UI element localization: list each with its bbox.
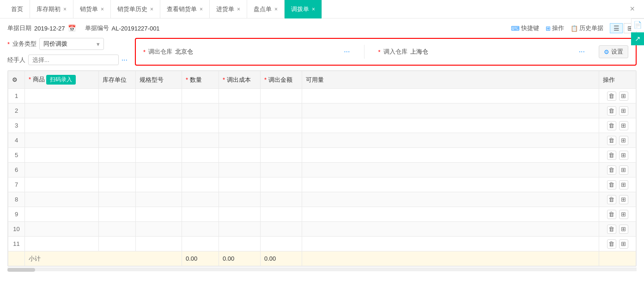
delete-icon-11[interactable]: 🗑 <box>607 239 616 249</box>
th-settings[interactable]: ⚙ <box>8 71 25 89</box>
row-1-amount[interactable] <box>261 89 302 104</box>
row-2-spec[interactable] <box>136 104 182 118</box>
delete-icon-8[interactable]: 🗑 <box>607 195 616 204</box>
row-1-product[interactable] <box>25 89 99 104</box>
copy-icon-4[interactable]: ⊞ <box>619 136 628 145</box>
tab-view-sales[interactable]: 查看销货单 × <box>160 0 210 18</box>
tab-close-sales-history[interactable]: × <box>150 6 153 12</box>
row-2-product[interactable] <box>25 104 99 118</box>
row-2-cost[interactable] <box>219 104 261 118</box>
tab-close-sales-order[interactable]: × <box>101 6 104 12</box>
delete-icon-3[interactable]: 🗑 <box>607 121 616 130</box>
calendar-icon[interactable]: 📅 <box>68 24 76 32</box>
subtotal-qty: 0.00 <box>182 251 219 266</box>
th-available: 可用量 <box>302 71 599 89</box>
number-value: AL-20191227-001 <box>112 25 160 32</box>
tab-close-purchase-order[interactable]: × <box>237 6 240 12</box>
delete-icon-1[interactable]: 🗑 <box>607 92 616 101</box>
history-btn[interactable]: 📋 历史单据 <box>571 24 603 32</box>
required-star: * <box>7 41 10 48</box>
tab-transfer-order[interactable]: 调拨单 × <box>285 0 322 18</box>
row-2-unit[interactable] <box>99 104 136 118</box>
business-type-select[interactable]: 同价调拨 ▾ <box>39 38 104 50</box>
shortcut-btn[interactable]: ⌨ 快捷键 <box>511 24 539 32</box>
row-2-qty[interactable] <box>182 104 219 118</box>
table-row: 8 🗑⊞ <box>8 192 636 207</box>
table-row: 1 🗑 ⊞ <box>8 89 636 104</box>
tab-home[interactable]: 首页 <box>5 0 30 18</box>
tab-sales-order[interactable]: 销货单 × <box>73 0 111 18</box>
copy-icon-7[interactable]: ⊞ <box>619 180 628 189</box>
row-2-avail[interactable] <box>302 104 599 118</box>
row-1-spec[interactable] <box>136 89 182 104</box>
copy-icon-1[interactable]: ⊞ <box>619 92 628 101</box>
th-cost: * 调出成本 <box>219 71 261 89</box>
row-2-amount[interactable] <box>261 104 302 118</box>
copy-icon-11[interactable]: ⊞ <box>619 239 628 249</box>
tab-close-view-sales[interactable]: × <box>200 6 203 12</box>
delete-icon-10[interactable]: 🗑 <box>607 225 616 234</box>
scrollbar-thumb[interactable] <box>7 268 35 272</box>
warehouse-in-required: * <box>378 49 381 55</box>
copy-icon-8[interactable]: ⊞ <box>619 195 628 204</box>
table-header-row: ⚙ * 商品 扫码录入 库存单位 规格型号 * 数量 <box>8 71 636 89</box>
table-row: 2 🗑 ⊞ <box>8 104 636 118</box>
business-type-label: 业务类型 <box>12 40 36 48</box>
copy-icon-3[interactable]: ⊞ <box>619 121 628 130</box>
table-row: 6 🗑⊞ <box>8 163 636 177</box>
chevron-down-icon: ▾ <box>97 41 100 48</box>
copy-icon-9[interactable]: ⊞ <box>619 210 628 219</box>
warehouse-section: * 调出仓库 北京仓 ··· * 调入仓库 上海仓 ··· ⚙ 设置 <box>135 38 637 66</box>
tab-close-inventory-check[interactable]: × <box>274 6 278 12</box>
date-value: 2019-12-27 <box>34 25 65 32</box>
date-field: 单据日期 2019-12-27 📅 <box>7 24 76 32</box>
form-section: * 业务类型 同价调拨 ▾ 经手人 ··· * 调出仓库 北京仓 ··· <box>7 38 637 66</box>
row-1-qty[interactable] <box>182 89 219 104</box>
th-amount: * 调出金额 <box>261 71 302 89</box>
delete-icon-5[interactable]: 🗑 <box>607 151 616 160</box>
settings-button[interactable]: ⚙ 设置 <box>599 45 628 58</box>
row-1-unit[interactable] <box>99 89 136 104</box>
tab-sales-history[interactable]: 销货单历史 × <box>111 0 160 18</box>
window-close-button[interactable]: × <box>625 4 639 14</box>
subtotal-cost: 0.00 <box>219 251 261 266</box>
tab-purchase-order[interactable]: 进货单 × <box>210 0 247 18</box>
scan-button[interactable]: 扫码录入 <box>46 75 76 85</box>
handler-more-icon[interactable]: ··· <box>122 56 128 64</box>
table-row: 5 🗑⊞ <box>8 148 636 163</box>
delete-icon-6[interactable]: 🗑 <box>607 165 616 175</box>
list-view-btn[interactable]: ☰ <box>610 23 623 33</box>
copy-icon-6[interactable]: ⊞ <box>619 165 628 175</box>
tab-close-transfer-order[interactable]: × <box>312 6 315 12</box>
warehouse-in-value: 上海仓 <box>410 48 428 56</box>
subtotal-label: 小计 <box>25 251 182 266</box>
business-type-field: * 业务类型 同价调拨 ▾ <box>7 38 128 50</box>
row-num-2: 2 <box>8 104 25 118</box>
delete-icon-7[interactable]: 🗑 <box>607 180 616 189</box>
th-spec: 规格型号 <box>136 71 182 89</box>
copy-icon-5[interactable]: ⊞ <box>619 151 628 160</box>
copy-icon-10[interactable]: ⊞ <box>619 225 628 234</box>
number-label: 单据编号 <box>85 24 109 32</box>
row-1-avail[interactable] <box>302 89 599 104</box>
handler-input[interactable] <box>28 55 119 65</box>
delete-icon-4[interactable]: 🗑 <box>607 136 616 145</box>
settings-gear-icon: ⚙ <box>604 49 609 55</box>
table-row: 10 🗑⊞ <box>8 222 636 237</box>
sidebar-doc-btn[interactable]: 📄 <box>631 18 644 31</box>
tab-close-inventory-init[interactable]: × <box>63 6 67 12</box>
delete-icon-9[interactable]: 🗑 <box>607 210 616 219</box>
tab-inventory-init[interactable]: 库存期初 × <box>30 0 73 18</box>
subtotal-row: 小计 0.00 0.00 0.00 <box>8 251 636 266</box>
row-1-cost[interactable] <box>219 89 261 104</box>
warehouse-out-field: * 调出仓库 北京仓 ··· <box>143 48 350 56</box>
delete-icon-2[interactable]: 🗑 <box>607 106 616 116</box>
sidebar-export-btn[interactable]: ↗ <box>631 32 644 45</box>
table-row: 11 🗑⊞ <box>8 237 636 251</box>
operation-btn[interactable]: ⊞ 操作 <box>546 24 564 32</box>
warehouse-in-more-icon[interactable]: ··· <box>579 48 585 56</box>
copy-icon-2[interactable]: ⊞ <box>619 106 628 116</box>
horizontal-scrollbar[interactable] <box>7 268 637 271</box>
warehouse-out-more-icon[interactable]: ··· <box>344 48 350 56</box>
tab-inventory-check[interactable]: 盘点单 × <box>247 0 285 18</box>
